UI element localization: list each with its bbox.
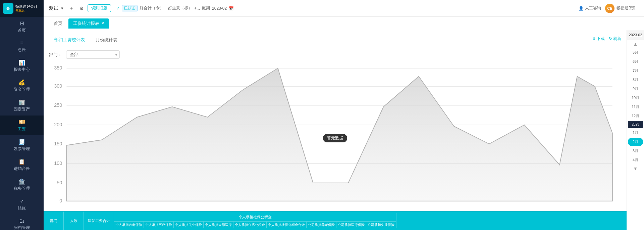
user-menu[interactable]: CE 畅捷通B班... xyxy=(605,4,639,13)
content-area: 部门工资统计表 月份统计表 ⬇ 下载 ↻ 刷新 xyxy=(44,30,644,230)
home-icon: ⊞ xyxy=(20,20,24,27)
add-button[interactable]: ＋ xyxy=(67,4,75,12)
tab-close-button[interactable]: ✕ xyxy=(101,21,104,26)
chart-tooltip: 暂无数据 xyxy=(323,134,347,142)
rp-month-9[interactable]: 9月 xyxy=(628,85,643,93)
th-personal-major-medical: 个人承担大额医疗 xyxy=(204,222,233,228)
svg-text:100: 100 xyxy=(54,160,62,166)
sidebar-item-checkout[interactable]: ✓ 结账 xyxy=(0,195,44,215)
dept-select-wrapper: 全部 ▾ xyxy=(66,50,120,59)
sidebar-item-reports[interactable]: 📊 报表中心 xyxy=(0,56,44,76)
svg-text:350: 350 xyxy=(54,65,62,71)
ledger-icon: ≡ xyxy=(20,40,23,46)
checkout-icon: ✓ xyxy=(20,198,24,204)
tabs-bar: 首页 工资统计报表 ✕ xyxy=(44,17,644,30)
assets-icon: 🏢 xyxy=(18,99,25,105)
topbar-actions: ＋ ⚙ 切到旧版 xyxy=(67,4,111,12)
calendar-icon[interactable]: 📅 xyxy=(229,6,234,11)
company-dropdown[interactable]: ▾ xyxy=(61,6,63,11)
table-header: 部门 人数 应发工资合计 个人承担社保公积金 个人承担养老保险 xyxy=(44,211,627,230)
th-group-label: 个人承担社保公积金 xyxy=(114,213,396,221)
rp-month-4[interactable]: 4月 xyxy=(628,156,643,164)
salary-icon: 💴 xyxy=(18,119,25,125)
th-personal-housing-fund: 个人承担住房公积金 xyxy=(233,222,267,228)
dept-select[interactable]: 全部 xyxy=(66,50,120,59)
rp-month-10[interactable]: 10月 xyxy=(628,94,643,102)
download-icon: ⬇ xyxy=(592,36,596,41)
user-avatar: CE xyxy=(605,4,614,13)
sidebar-item-ledger[interactable]: ≡ 总账 xyxy=(0,37,44,56)
logo-text: 畅康通好会计 专业版 xyxy=(15,4,38,13)
sidebar-item-assets[interactable]: 🏢 固定资产 xyxy=(0,96,44,116)
invoice-icon: 🧾 xyxy=(18,139,25,145)
rp-month-12[interactable]: 12月 xyxy=(628,112,643,120)
right-panel: 2023.02 ▲ 5月 6月 7月 8月 9月 10月 11月 12月 202… xyxy=(627,30,644,230)
main-content: 部门工资统计表 月份统计表 ⬇ 下载 ↻ 刷新 xyxy=(44,30,627,230)
rp-month-1[interactable]: 1月 xyxy=(628,129,643,137)
chart-area: 350 300 250 200 150 100 50 0 xyxy=(44,63,627,211)
sub-tab-monthly[interactable]: 月份统计表 xyxy=(90,34,123,46)
sub-tab-actions: ⬇ 下载 ↻ 刷新 xyxy=(592,36,621,44)
svg-text:250: 250 xyxy=(54,102,62,108)
user-name: 畅捷通B班... xyxy=(616,5,639,11)
tag-business: +好生意（标） xyxy=(166,5,192,11)
svg-text:200: 200 xyxy=(54,122,62,127)
topbar: 测试 ▾ ＋ ⚙ 切到旧版 ✓ 已认证 好会计（专） +好生意（标） +... … xyxy=(44,0,644,17)
logo-icon: 会 xyxy=(3,3,13,14)
rp-month-7[interactable]: 7月 xyxy=(628,66,643,75)
sidebar-nav: ⊞ 首页 ≡ 总账 📊 报表中心 💰 资金管理 🏢 固定资产 💴 工资 🧾 发票… xyxy=(0,17,44,230)
tag-more: +... xyxy=(194,6,200,11)
th-personal-unemployment: 个人承担失业保险 xyxy=(174,222,204,228)
th-company-medical: 公司承担医疗保险 xyxy=(336,222,366,228)
download-button[interactable]: ⬇ 下载 xyxy=(592,36,605,42)
rp-date: 2023.02 xyxy=(627,30,644,40)
switch-version-button[interactable]: 切到旧版 xyxy=(88,4,111,12)
rp-month-11[interactable]: 11月 xyxy=(628,103,643,111)
svg-text:150: 150 xyxy=(54,141,62,146)
rp-month-3[interactable]: 3月 xyxy=(628,147,643,155)
sub-tabs: 部门工资统计表 月份统计表 ⬇ 下载 ↻ 刷新 xyxy=(44,30,627,46)
rp-down-arrow[interactable]: ▼ xyxy=(627,165,644,173)
tab-salary-report[interactable]: 工资统计报表 ✕ xyxy=(68,18,109,29)
sidebar-item-tax[interactable]: 🏦 税务管理 xyxy=(0,175,44,195)
th-sub-row: 个人承担养老保险 个人承担医疗保险 个人承担失业保险 个人承担大额医疗 个人承担 xyxy=(114,221,396,228)
rp-up-arrow[interactable]: ▲ xyxy=(627,40,644,48)
settings-button[interactable]: ⚙ xyxy=(77,4,86,12)
consult-button[interactable]: 👤 人工咨询 xyxy=(579,5,601,11)
dept-filter-label: 部门： xyxy=(49,52,62,58)
refresh-button[interactable]: ↻ 刷新 xyxy=(609,36,621,42)
topbar-right: 👤 人工咨询 CE 畅捷通B班... xyxy=(579,4,639,13)
rp-month-5[interactable]: 5月 xyxy=(628,48,643,57)
sidebar-item-archive[interactable]: 🗂 归档管理 xyxy=(0,215,44,230)
th-personal-total: 个人承担社保公积金合计 xyxy=(267,222,307,228)
refresh-icon: ↻ xyxy=(609,36,612,41)
rp-month-6[interactable]: 6月 xyxy=(628,57,643,66)
sales-icon: 📋 xyxy=(18,158,25,165)
period-value: 2023-02 xyxy=(212,6,227,11)
sidebar: 会 畅康通好会计 专业版 ⊞ 首页 ≡ 总账 📊 报表中心 💰 资金管理 🏢 固… xyxy=(0,0,44,230)
funds-icon: 💰 xyxy=(18,79,25,86)
rp-month-8[interactable]: 8月 xyxy=(628,76,643,84)
th-dept: 部门 xyxy=(44,212,64,230)
sidebar-item-sales[interactable]: 📋 进销台账 xyxy=(0,155,44,175)
reports-icon: 📊 xyxy=(18,59,25,66)
topbar-status: ✓ 已认证 好会计（专） +好生意（标） +... 账期 2023-02 📅 xyxy=(116,5,234,11)
archive-icon: 🗂 xyxy=(19,218,24,224)
verified-icon: ✓ xyxy=(116,6,120,11)
rp-month-2[interactable]: 2月 xyxy=(628,138,643,146)
logo: 会 畅康通好会计 专业版 xyxy=(0,0,44,17)
tag-accounting: 好会计（专） xyxy=(140,5,164,11)
sidebar-item-home[interactable]: ⊞ 首页 xyxy=(0,17,44,37)
svg-text:50: 50 xyxy=(57,180,62,185)
sub-tab-dept[interactable]: 部门工资统计表 xyxy=(49,34,90,46)
svg-text:0: 0 xyxy=(59,198,62,203)
svg-text:300: 300 xyxy=(54,83,62,89)
sidebar-item-salary[interactable]: 💴 工资 xyxy=(0,116,44,135)
period-label: 账期 xyxy=(202,5,210,11)
th-company-unemployment: 公司承担失业保险 xyxy=(366,222,396,228)
rp-year-2023: 2023 xyxy=(628,121,643,128)
th-personal-pension: 个人承担养老保险 xyxy=(114,222,144,228)
tab-home[interactable]: 首页 xyxy=(49,18,67,29)
sidebar-item-invoice[interactable]: 🧾 发票管理 xyxy=(0,135,44,155)
sidebar-item-funds[interactable]: 💰 资金管理 xyxy=(0,76,44,96)
